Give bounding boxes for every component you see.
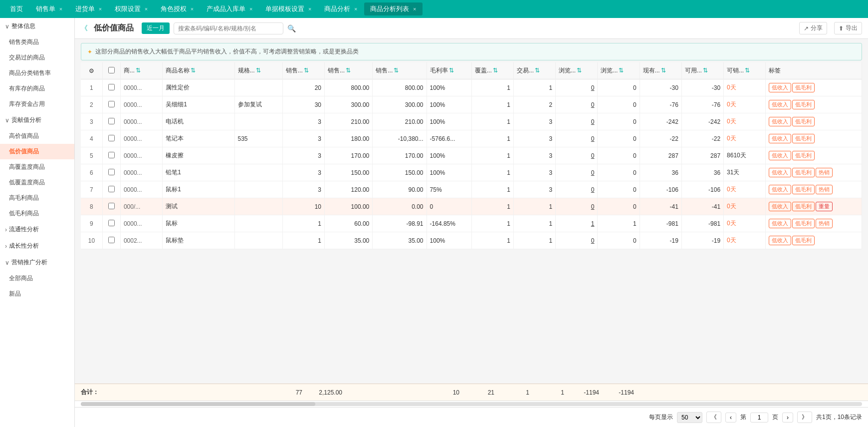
nav-roles[interactable]: 角色授权 × xyxy=(155,2,200,15)
nav-home[interactable]: 首页 xyxy=(4,2,29,15)
row-checkbox[interactable] xyxy=(108,220,115,226)
prev-page-button[interactable]: ‹ xyxy=(725,413,736,423)
nav-templates[interactable]: 单据模板设置 × xyxy=(259,2,317,15)
nav-inventory[interactable]: 产成品入库单 × xyxy=(201,2,258,15)
sidebar-group-growth[interactable]: › 成长性分析 xyxy=(0,238,74,254)
sidebar-item-all-goods[interactable]: 全部商品 xyxy=(0,271,74,286)
select-all-checkbox[interactable] xyxy=(108,67,115,73)
col-checkbox[interactable] xyxy=(102,62,120,79)
row-checkbox-cell[interactable] xyxy=(102,198,120,215)
sidebar-item-high-margin[interactable]: 高毛利商品 xyxy=(0,190,74,206)
row-views1[interactable]: 0 xyxy=(556,96,598,113)
close-icon[interactable]: × xyxy=(249,6,252,12)
nav-permissions[interactable]: 权限设置 × xyxy=(109,2,154,15)
col-name[interactable]: 商品名称⇅ xyxy=(163,62,234,79)
row-checkbox[interactable] xyxy=(108,84,115,90)
views1-link[interactable]: 0 xyxy=(591,84,595,91)
views1-link[interactable]: 0 xyxy=(591,152,595,159)
nav-sales[interactable]: 销售单 × xyxy=(30,2,68,15)
row-checkbox[interactable] xyxy=(108,186,115,192)
col-sales-profit[interactable]: 销售...⇅ xyxy=(373,62,427,79)
close-icon[interactable]: × xyxy=(191,6,194,12)
sidebar-group-marketing[interactable]: ∨ 营销推广分析 xyxy=(0,254,74,271)
page-number-input[interactable] xyxy=(750,413,768,423)
row-checkbox-cell[interactable] xyxy=(102,147,120,164)
sidebar-item-sales-goods[interactable]: 销售类商品 xyxy=(0,34,74,50)
col-code[interactable]: 商...⇅ xyxy=(120,62,162,79)
nav-analysis[interactable]: 商品分析 × xyxy=(318,2,363,15)
row-checkbox[interactable] xyxy=(108,169,115,175)
share-button[interactable]: ↗ 分享 xyxy=(799,22,827,34)
views1-link[interactable]: 0 xyxy=(591,237,595,244)
sidebar-item-traded-goods[interactable]: 交易过的商品 xyxy=(0,50,74,65)
sidebar-group-contribution[interactable]: ∨ 贡献值分析 xyxy=(0,112,74,128)
row-checkbox-cell[interactable] xyxy=(102,79,120,96)
row-checkbox-cell[interactable] xyxy=(102,215,120,232)
scroll-track[interactable] xyxy=(81,402,862,406)
row-views1[interactable]: 1 xyxy=(556,215,598,232)
first-page-button[interactable]: 《 xyxy=(706,412,721,423)
views1-link[interactable]: 0 xyxy=(591,101,595,108)
col-views1[interactable]: 浏览...⇅ xyxy=(556,62,598,79)
row-checkbox[interactable] xyxy=(108,135,115,141)
row-views1[interactable]: 0 xyxy=(556,79,598,96)
collapse-button[interactable]: 《 xyxy=(81,24,88,33)
row-checkbox-cell[interactable] xyxy=(102,164,120,181)
views1-link[interactable]: 0 xyxy=(591,186,595,193)
views1-link[interactable]: 0 xyxy=(591,118,595,125)
row-views1[interactable]: 0 xyxy=(556,130,598,147)
row-checkbox[interactable] xyxy=(108,118,115,124)
col-available[interactable]: 可用...⇅ xyxy=(681,62,723,79)
col-margin[interactable]: 毛利率⇅ xyxy=(427,62,471,79)
row-views1[interactable]: 0 xyxy=(556,181,598,198)
close-icon[interactable]: × xyxy=(308,6,311,12)
views1-link[interactable]: 0 xyxy=(591,203,595,210)
row-checkbox-cell[interactable] xyxy=(102,232,120,249)
row-views1[interactable]: 0 xyxy=(556,113,598,130)
row-checkbox[interactable] xyxy=(108,203,115,209)
sidebar-item-low-coverage[interactable]: 低覆盖度商品 xyxy=(0,175,74,190)
sidebar-item-low-margin[interactable]: 低毛利商品 xyxy=(0,206,74,221)
col-sales-amount[interactable]: 销售...⇅ xyxy=(324,62,372,79)
col-coverage[interactable]: 覆盖...⇅ xyxy=(471,62,513,79)
sidebar-item-low-value[interactable]: 低价值商品 xyxy=(0,144,74,159)
sidebar-item-stocked-goods[interactable]: 有库存的商品 xyxy=(0,81,74,96)
last-page-button[interactable]: 》 xyxy=(797,412,812,423)
row-views1[interactable]: 0 xyxy=(556,198,598,215)
close-icon[interactable]: × xyxy=(413,6,416,12)
sidebar-item-high-coverage[interactable]: 高覆盖度商品 xyxy=(0,159,74,175)
row-checkbox-cell[interactable] xyxy=(102,181,120,198)
sidebar-item-new-goods[interactable]: 新品 xyxy=(0,286,74,302)
views1-link[interactable]: 0 xyxy=(591,169,595,176)
period-button[interactable]: 近一月 xyxy=(142,22,170,34)
footer-scrollbar[interactable] xyxy=(75,401,868,407)
row-views1[interactable]: 0 xyxy=(556,232,598,249)
close-icon[interactable]: × xyxy=(59,6,62,12)
col-trade[interactable]: 交易...⇅ xyxy=(513,62,555,79)
sidebar-item-category-sales[interactable]: 商品分类销售率 xyxy=(0,65,74,81)
nav-purchase[interactable]: 进货单 × xyxy=(69,2,108,15)
page-size-select[interactable]: 50 100 xyxy=(677,412,702,423)
next-page-button[interactable]: › xyxy=(782,413,793,423)
row-checkbox-cell[interactable] xyxy=(102,96,120,113)
sidebar-item-high-value[interactable]: 高价值商品 xyxy=(0,128,74,144)
row-views1[interactable]: 0 xyxy=(556,164,598,181)
col-spec[interactable]: 规格...⇅ xyxy=(234,62,282,79)
col-current-stock[interactable]: 现有...⇅ xyxy=(640,62,681,79)
row-checkbox[interactable] xyxy=(108,237,115,243)
row-checkbox[interactable] xyxy=(108,101,115,107)
row-checkbox-cell[interactable] xyxy=(102,113,120,130)
close-icon[interactable]: × xyxy=(145,6,148,12)
col-sellable[interactable]: 可销...⇅ xyxy=(724,62,766,79)
views1-link[interactable]: 0 xyxy=(591,135,595,142)
row-checkbox-cell[interactable] xyxy=(102,130,120,147)
col-sales-qty[interactable]: 销售...⇅ xyxy=(282,62,324,79)
col-views2[interactable]: 浏览...⇅ xyxy=(598,62,640,79)
search-input[interactable] xyxy=(174,22,283,34)
views1-link[interactable]: 1 xyxy=(591,220,595,227)
col-settings[interactable]: ⚙ xyxy=(81,62,102,79)
search-icon[interactable]: 🔍 xyxy=(287,24,296,32)
nav-analysis-list[interactable]: 商品分析列表 × xyxy=(364,2,422,15)
sidebar-group-overview[interactable]: ∨ 整体信息 xyxy=(0,18,74,34)
close-icon[interactable]: × xyxy=(99,6,102,12)
